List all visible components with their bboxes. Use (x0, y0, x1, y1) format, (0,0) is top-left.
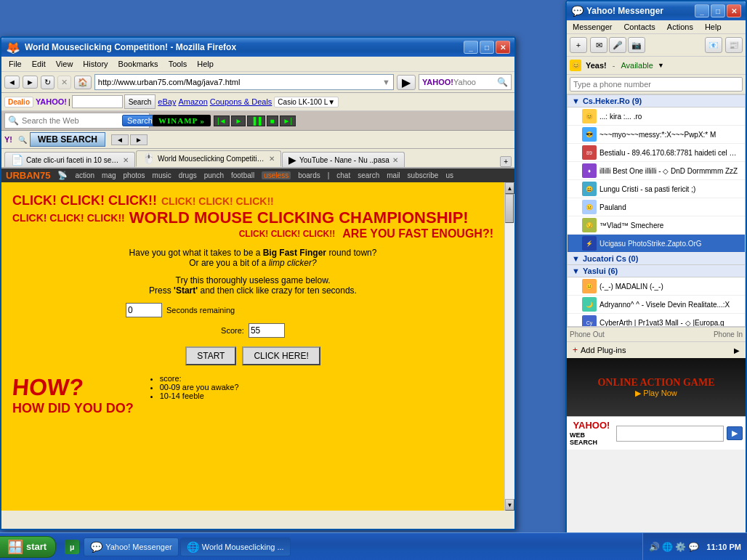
forward-button[interactable]: ► (23, 76, 38, 89)
menu-actions[interactable]: Actions (664, 21, 696, 33)
tools-menu[interactable]: Tools (164, 58, 192, 70)
stop-button[interactable]: ✕ (57, 76, 71, 89)
tab-youtube[interactable]: ▶ YouTube - Nane - Nu ..pasa ✕ (282, 152, 405, 167)
contact-kira[interactable]: 😊 ...: kira :... .ro (568, 107, 745, 126)
dealio-logo[interactable]: Dealio (4, 97, 33, 107)
coupons-link[interactable]: Coupons & Deals (210, 97, 272, 106)
search-web-input[interactable] (22, 116, 122, 125)
contact-adryanno[interactable]: 🌙 Adryanno^ ^ - Visele Devin Realitate..… (568, 296, 745, 314)
contact-bestialu[interactable]: 89 Bestialu - 89.46.170.68:7781 haideti … (568, 144, 745, 162)
winamp-pause[interactable]: ▐▐ (247, 115, 265, 126)
winamp-bar[interactable]: WINAMP » (153, 115, 211, 126)
help-menu[interactable]: Help (193, 58, 218, 70)
group-cs-heker[interactable]: ▼ Cs.Heker.Ro (9) (568, 95, 745, 107)
scrollbar-thumb[interactable] (505, 194, 514, 223)
bookmarks-menu[interactable]: Bookmarks (114, 58, 163, 70)
winamp-prev[interactable]: |◄ (214, 115, 230, 126)
add-plugins-bar[interactable]: + Add Plug-ins ▶ (567, 341, 746, 358)
menu-help[interactable]: Help (702, 21, 724, 33)
scrollbar[interactable]: ▲ ▼ (504, 182, 514, 511)
contact-lungu[interactable]: 😄 Lungu Cristi - sa pasti fericit ;) (568, 180, 745, 198)
web-search-button[interactable]: WEB SEARCH (30, 132, 105, 147)
close-button[interactable]: ✕ (496, 41, 510, 54)
nav-prev-btn[interactable]: ◄ (111, 134, 129, 145)
edit-menu[interactable]: Edit (28, 58, 50, 70)
minimize-button[interactable]: _ (464, 41, 478, 54)
tab-world-close[interactable]: ✕ (269, 155, 275, 163)
nav-punch[interactable]: punch (204, 171, 224, 179)
nav-us[interactable]: us (445, 171, 453, 179)
messenger-search-input[interactable] (616, 426, 724, 442)
phone-input[interactable] (570, 77, 743, 92)
contact-cyberarth[interactable]: Cy CyberArth | Pr1vat3 Mall - ◇ |Europa.… (568, 314, 745, 327)
contact-ucigasu[interactable]: ⚡ Ucigasu PhotoStrike.Zapto.OrG (568, 235, 745, 253)
nav-mail[interactable]: mail (387, 171, 400, 179)
nav-subscribe[interactable]: subscribe (408, 171, 439, 179)
group-yaslui[interactable]: ▼ Yaslui (6) (568, 265, 745, 277)
nav-drugs[interactable]: drugs (179, 171, 197, 179)
nav-chat[interactable]: chat (336, 171, 350, 179)
view-menu[interactable]: View (52, 58, 78, 70)
nav-football[interactable]: football (231, 171, 254, 179)
tab-cate[interactable]: 📄 Cate clic-uri faceti in 10 secunde ? ✕ (4, 152, 135, 167)
contact-madalin[interactable]: 😐 (-_-) MADALIN (-_-) (568, 277, 745, 296)
phone-out[interactable]: Phone Out (570, 330, 605, 338)
maximize-button[interactable]: □ (480, 41, 494, 54)
nav-search[interactable]: search (358, 171, 379, 179)
contact-myo[interactable]: 😎 ~~~myo~~~messy:*:X~~~PwpX:* M (568, 126, 745, 144)
news-btn[interactable]: 📰 (725, 37, 743, 53)
nav-photos[interactable]: photos (124, 171, 145, 179)
start-button[interactable]: 🪟 start (0, 536, 56, 558)
voice-btn[interactable]: 🎤 (609, 37, 626, 53)
yahoo-search-input[interactable] (453, 78, 497, 86)
ebay-link[interactable]: eBay (158, 97, 176, 106)
click-here-button[interactable]: CLICK HERE! (242, 346, 320, 365)
back-button[interactable]: ◄ (4, 76, 20, 89)
messenger-search-button[interactable]: ▶ (727, 426, 743, 440)
taskbar-yahoo-messenger[interactable]: 💬 Yahoo! Messenger (84, 537, 179, 556)
add-tab-button[interactable]: + (500, 156, 512, 167)
winamp-next[interactable]: ►| (280, 115, 296, 126)
nav-useless[interactable]: useless (262, 171, 291, 179)
contact-illilli[interactable]: ♦ illilli Best One illilli - ◇ DnD Dormm… (568, 162, 745, 180)
yahoo-search-button[interactable]: Search (124, 94, 156, 109)
taskbar-world-mouseclicking[interactable]: 🌐 World Mouseclicking ... (180, 537, 291, 556)
tab-youtube-close[interactable]: ✕ (392, 156, 398, 164)
menu-messenger[interactable]: Messenger (570, 21, 615, 33)
url-input[interactable] (98, 78, 382, 86)
messenger-minimize[interactable]: _ (695, 4, 709, 17)
phone-in[interactable]: Phone In (714, 330, 743, 338)
yahoo-nav-input[interactable] (72, 95, 123, 108)
tab-cate-close[interactable]: ✕ (123, 156, 129, 164)
start-button[interactable]: START (185, 346, 236, 365)
contact-pauland[interactable]: 😐 Pauland (568, 198, 745, 216)
contact-vlad[interactable]: 😏 ™Vlad™ Smechere (568, 216, 745, 235)
status-dropdown-icon[interactable]: ▼ (658, 62, 664, 69)
score-input[interactable] (249, 323, 285, 338)
file-menu[interactable]: File (4, 58, 26, 70)
winamp-play[interactable]: ► (231, 115, 246, 126)
messenger-maximize[interactable]: □ (711, 4, 725, 17)
history-menu[interactable]: History (78, 58, 112, 70)
nav-action[interactable]: action (75, 171, 94, 179)
scrollbar-down[interactable]: ▼ (505, 499, 514, 511)
seconds-input[interactable] (126, 303, 162, 317)
home-button[interactable]: 🏠 (74, 76, 92, 89)
nav-boards[interactable]: boards (298, 171, 320, 179)
winamp-stop[interactable]: ■ (267, 115, 278, 126)
go-button[interactable]: ▶ (397, 75, 416, 90)
group-jucatori[interactable]: ▼ Jucatori Cs (0) (568, 253, 745, 265)
amazon-link[interactable]: Amazon (178, 97, 207, 106)
nav-music[interactable]: music (153, 171, 171, 179)
menu-contacts[interactable]: Contacts (621, 21, 658, 33)
taskbar-utorrent-quicklaunch[interactable]: µ (62, 538, 82, 556)
casio-dropdown[interactable]: Casio LK-100 L ▼ (274, 97, 339, 107)
nav-mag[interactable]: mag (102, 171, 116, 179)
mail-btn[interactable]: 📧 (705, 37, 722, 53)
scrollbar-up[interactable]: ▲ (505, 182, 514, 194)
tab-world[interactable]: 🖱️ World Mouseclicking Competition! ✕ (136, 150, 281, 167)
add-contact-btn[interactable]: + (570, 37, 587, 53)
nav-next-btn[interactable]: ► (130, 134, 148, 145)
video-btn[interactable]: 📷 (628, 37, 645, 53)
send-msg-btn[interactable]: ✉ (590, 37, 607, 53)
